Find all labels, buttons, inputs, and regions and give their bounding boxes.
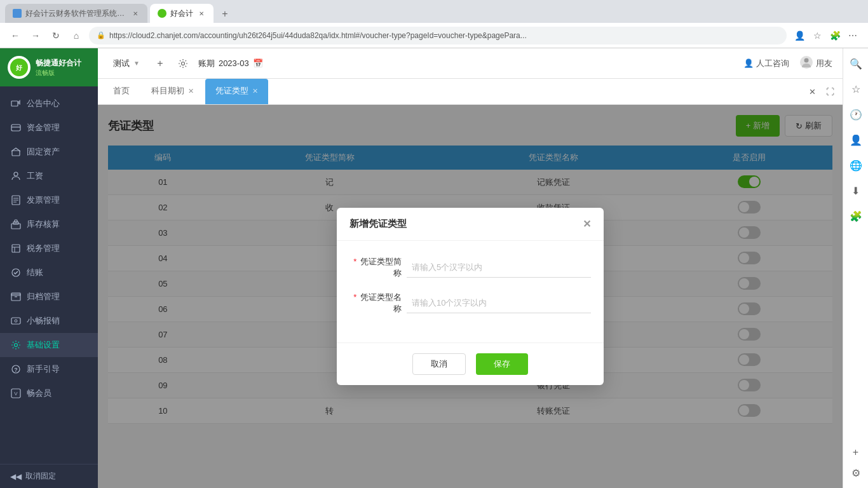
sidebar-item-member[interactable]: V 畅会员 bbox=[0, 381, 98, 405]
rp-gear-button[interactable]: ⚙ bbox=[846, 463, 866, 483]
sidebar-label-fixed-assets: 固定资产 bbox=[27, 146, 60, 158]
sidebar-unpin[interactable]: ◀◀ 取消固定 bbox=[0, 464, 98, 488]
tab-subject[interactable]: 科目期初 ✕ bbox=[141, 79, 204, 104]
modal-body: * 凭证类型简称 * 凭证类型名称 bbox=[337, 241, 604, 342]
svg-rect-15 bbox=[12, 245, 20, 252]
url-text: https://cloud2.chanjet.com/accounting/uh… bbox=[109, 31, 779, 40]
sidebar-item-checkout[interactable]: 结账 bbox=[0, 261, 98, 285]
user-label: 用友 bbox=[816, 58, 832, 69]
sidebar-label-settings: 基础设置 bbox=[27, 339, 60, 351]
rp-history-button[interactable]: 🕐 bbox=[846, 104, 866, 125]
user-avatar-icon bbox=[799, 55, 813, 71]
browser-more-btn[interactable]: ⋯ bbox=[845, 28, 860, 43]
nav-home-button[interactable]: ⌂ bbox=[69, 28, 84, 43]
tab2-favicon bbox=[158, 9, 166, 18]
svg-rect-2 bbox=[11, 101, 18, 106]
address-bar: ← → ↻ ⌂ 🔒 https://cloud2.chanjet.com/acc… bbox=[0, 23, 868, 48]
rp-globe-button[interactable]: 🌐 bbox=[846, 155, 866, 175]
tab1-title: 好会计云财务软件管理系统_会计 bbox=[25, 8, 127, 19]
tax-icon bbox=[10, 243, 22, 254]
sidebar-label-salary: 工资 bbox=[27, 170, 43, 182]
sidebar-item-announcement[interactable]: 公告中心 bbox=[0, 92, 98, 116]
close-fullscreen-button[interactable]: ✕ bbox=[804, 84, 820, 99]
browser-tab-1[interactable]: 好会计云财务软件管理系统_会计 ✕ bbox=[5, 4, 147, 23]
sidebar-item-capital[interactable]: 资金管理 bbox=[0, 116, 98, 140]
logo-subtitle: 流畅版 bbox=[36, 69, 81, 78]
nav-forward-button[interactable]: → bbox=[28, 28, 43, 43]
tab1-close[interactable]: ✕ bbox=[131, 9, 140, 18]
sidebar-label-invoice: 发票管理 bbox=[27, 194, 60, 206]
archive-icon bbox=[10, 291, 22, 302]
period-info: 账期 2023-03 📅 bbox=[198, 58, 263, 69]
sidebar-item-expense[interactable]: 小畅报销 bbox=[0, 309, 98, 333]
settings-icon bbox=[10, 339, 22, 351]
url-bar[interactable]: 🔒 https://cloud2.chanjet.com/accounting/… bbox=[89, 27, 787, 44]
sidebar-label-tax: 税务管理 bbox=[27, 243, 60, 254]
cancel-button[interactable]: 取消 bbox=[412, 353, 466, 375]
unpin-icon: ◀◀ bbox=[10, 472, 22, 481]
sidebar-item-guide[interactable]: ? 新手引导 bbox=[0, 357, 98, 381]
browser-extension-btn[interactable]: 🧩 bbox=[827, 28, 843, 43]
consult-label: 人工咨询 bbox=[756, 58, 789, 69]
sidebar-item-settings[interactable]: 基础设置 bbox=[0, 333, 98, 357]
workspace-selector[interactable]: 测试 ▼ bbox=[108, 55, 145, 72]
svg-rect-22 bbox=[11, 318, 20, 324]
sidebar-label-inventory: 库存核算 bbox=[27, 219, 60, 230]
rp-plus-button[interactable]: + bbox=[846, 442, 866, 463]
tab-voucher-type-close[interactable]: ✕ bbox=[252, 87, 258, 95]
right-panel: 🔍 ☆ 🕐 👤 🌐 ⬇ 🧩 + ⚙ bbox=[843, 48, 868, 488]
calendar-icon[interactable]: 📅 bbox=[253, 58, 263, 68]
abbr-form-row: * 凭证类型简称 bbox=[349, 256, 591, 279]
consult-icon: 👤 bbox=[743, 58, 754, 68]
svg-text:V: V bbox=[14, 391, 18, 396]
svg-text:好: 好 bbox=[15, 64, 23, 71]
rp-download-button[interactable]: ⬇ bbox=[846, 180, 866, 201]
expense-icon bbox=[10, 315, 22, 327]
workspace-dropdown-icon: ▼ bbox=[133, 60, 140, 67]
sidebar-item-archive[interactable]: 归档管理 bbox=[0, 285, 98, 309]
lock-icon: 🔒 bbox=[97, 31, 105, 39]
rp-user-button[interactable]: 👤 bbox=[846, 130, 866, 150]
sidebar-item-invoice[interactable]: 发票管理 bbox=[0, 188, 98, 212]
sidebar-items: 公告中心 资金管理 固定资产 工资 bbox=[0, 86, 98, 464]
invoice-icon bbox=[10, 194, 22, 206]
add-workspace-button[interactable]: + bbox=[153, 56, 168, 71]
svg-point-31 bbox=[804, 58, 809, 63]
user-button[interactable]: 用友 bbox=[799, 55, 832, 71]
rp-extensions-button[interactable]: 🧩 bbox=[846, 206, 866, 226]
sidebar-item-tax[interactable]: 税务管理 bbox=[0, 236, 98, 261]
name-required-mark: * bbox=[353, 292, 356, 302]
expand-fullscreen-button[interactable]: ⛶ bbox=[822, 84, 837, 99]
abbr-input[interactable] bbox=[407, 257, 591, 278]
name-input[interactable] bbox=[407, 293, 591, 313]
new-tab-button[interactable]: + bbox=[216, 5, 234, 23]
tab-subject-label: 科目期初 bbox=[151, 85, 184, 97]
sidebar-item-salary[interactable]: 工资 bbox=[0, 164, 98, 188]
checkout-icon bbox=[10, 267, 22, 278]
sidebar-item-inventory[interactable]: 库存核算 bbox=[0, 212, 98, 236]
sidebar-item-fixed-assets[interactable]: 固定资产 bbox=[0, 140, 98, 164]
header-right: 👤 人工咨询 用友 bbox=[743, 55, 832, 71]
tab2-close[interactable]: ✕ bbox=[197, 9, 206, 18]
name-label: * 凭证类型名称 bbox=[349, 292, 407, 315]
tab-home[interactable]: 首页 bbox=[103, 79, 140, 104]
nav-refresh-button[interactable]: ↻ bbox=[48, 28, 64, 43]
tab-voucher-type[interactable]: 凭证类型 ✕ bbox=[205, 79, 268, 104]
settings-gear-button[interactable] bbox=[175, 56, 191, 71]
browser-star-btn[interactable]: ☆ bbox=[810, 28, 825, 43]
rp-star-button[interactable]: ☆ bbox=[846, 79, 866, 99]
svg-text:?: ? bbox=[14, 367, 18, 373]
sidebar-label-announcement: 公告中心 bbox=[27, 98, 60, 109]
consult-button[interactable]: 👤 人工咨询 bbox=[743, 58, 789, 69]
save-button[interactable]: 保存 bbox=[476, 353, 528, 375]
nav-back-button[interactable]: ← bbox=[8, 28, 23, 43]
sidebar-logo: 好 畅捷通好合计 流畅版 bbox=[0, 48, 98, 86]
browser-tab-2[interactable]: 好会计 ✕ bbox=[150, 4, 214, 23]
rp-search-button[interactable]: 🔍 bbox=[846, 53, 866, 74]
profile-icon[interactable]: 👤 bbox=[792, 28, 807, 43]
modal-close-button[interactable]: ✕ bbox=[583, 218, 591, 230]
member-icon: V bbox=[10, 388, 22, 399]
sidebar-label-member: 畅会员 bbox=[27, 388, 51, 399]
tab-subject-close[interactable]: ✕ bbox=[188, 87, 194, 95]
tab-voucher-type-label: 凭证类型 bbox=[215, 85, 248, 97]
